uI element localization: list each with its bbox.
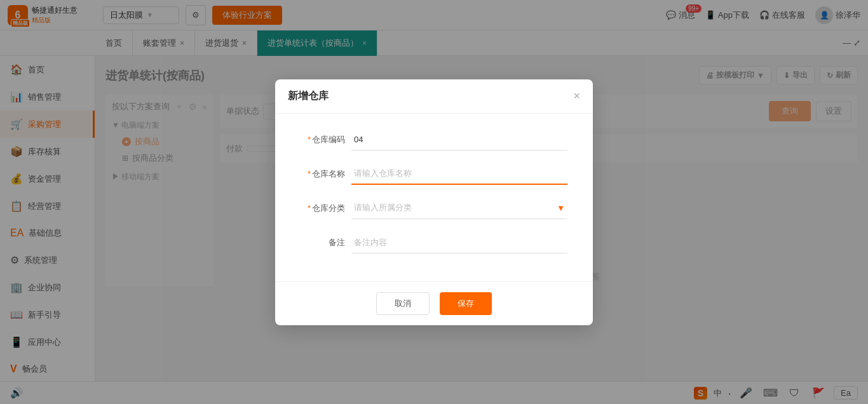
category-label: *仓库分类	[301, 203, 351, 214]
dialog-header: 新增仓库 ×	[275, 79, 593, 114]
form-row-remark: 备注	[301, 232, 567, 253]
modal-overlay: 新增仓库 × *仓库编码 *仓库名称 *仓库分类	[0, 0, 868, 404]
dialog-close-button[interactable]: ×	[573, 90, 580, 103]
form-row-name: *仓库名称	[301, 163, 567, 185]
dialog-body: *仓库编码 *仓库名称 *仓库分类 请输入所属分类 ▼	[275, 114, 593, 281]
remark-input[interactable]	[351, 232, 567, 253]
category-select[interactable]: 请输入所属分类 ▼	[351, 198, 567, 219]
dialog-footer: 取消 保存	[275, 281, 593, 325]
new-warehouse-dialog: 新增仓库 × *仓库编码 *仓库名称 *仓库分类	[275, 79, 593, 325]
chevron-down-icon: ▼	[557, 203, 565, 213]
code-label: *仓库编码	[301, 134, 351, 145]
remark-label: 备注	[301, 237, 351, 248]
code-input[interactable]	[351, 129, 567, 151]
form-row-code: *仓库编码	[301, 129, 567, 151]
save-button[interactable]: 保存	[440, 292, 492, 315]
cancel-button[interactable]: 取消	[376, 292, 430, 315]
dialog-title: 新增仓库	[288, 90, 329, 103]
name-label: *仓库名称	[301, 168, 351, 180]
name-input[interactable]	[351, 163, 567, 185]
form-row-category: *仓库分类 请输入所属分类 ▼	[301, 198, 567, 219]
